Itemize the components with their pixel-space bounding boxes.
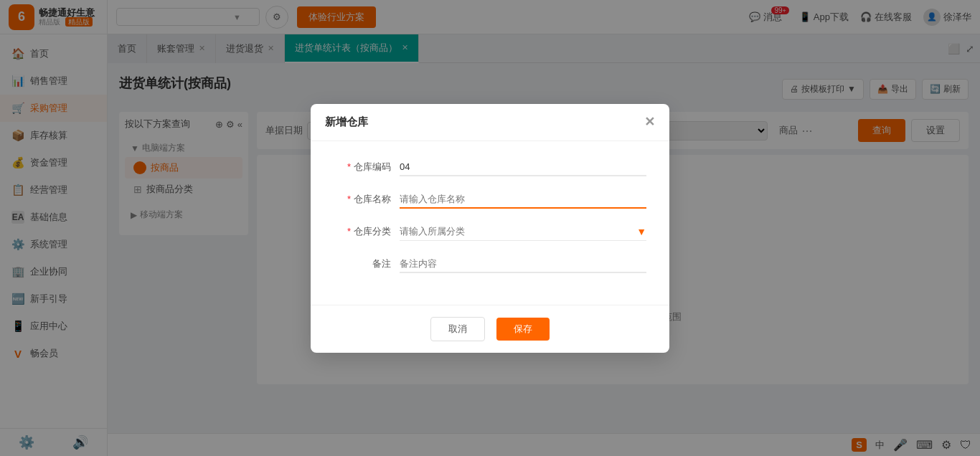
form-row-note: 备注 <box>334 255 646 273</box>
form-row-code: 仓库编码 04 <box>334 158 646 176</box>
code-label: 仓库编码 <box>334 161 391 174</box>
form-row-category: 仓库分类 ▼ <box>334 223 646 241</box>
code-input[interactable]: 04 <box>400 158 646 176</box>
category-select-wrap: ▼ <box>400 223 646 241</box>
modal-close-icon[interactable]: ✕ <box>644 115 655 128</box>
modal-body: 仓库编码 04 仓库名称 仓库分类 ▼ 备注 <box>311 141 669 305</box>
save-button[interactable]: 保存 <box>496 318 550 341</box>
cancel-button[interactable]: 取消 <box>430 317 485 341</box>
name-input[interactable] <box>400 191 646 209</box>
modal-footer: 取消 保存 <box>311 305 669 353</box>
category-input[interactable] <box>400 226 636 237</box>
modal-overlay[interactable]: 新增仓库 ✕ 仓库编码 04 仓库名称 仓库分类 ▼ <box>0 0 980 456</box>
note-label: 备注 <box>334 257 391 270</box>
category-chevron-icon[interactable]: ▼ <box>636 226 646 237</box>
name-label: 仓库名称 <box>334 193 391 206</box>
modal-title: 新增仓库 <box>325 115 368 129</box>
form-row-name: 仓库名称 <box>334 191 646 209</box>
category-label: 仓库分类 <box>334 225 391 238</box>
note-input[interactable] <box>400 255 646 273</box>
add-warehouse-modal: 新增仓库 ✕ 仓库编码 04 仓库名称 仓库分类 ▼ <box>311 104 669 353</box>
modal-header: 新增仓库 ✕ <box>311 104 669 141</box>
